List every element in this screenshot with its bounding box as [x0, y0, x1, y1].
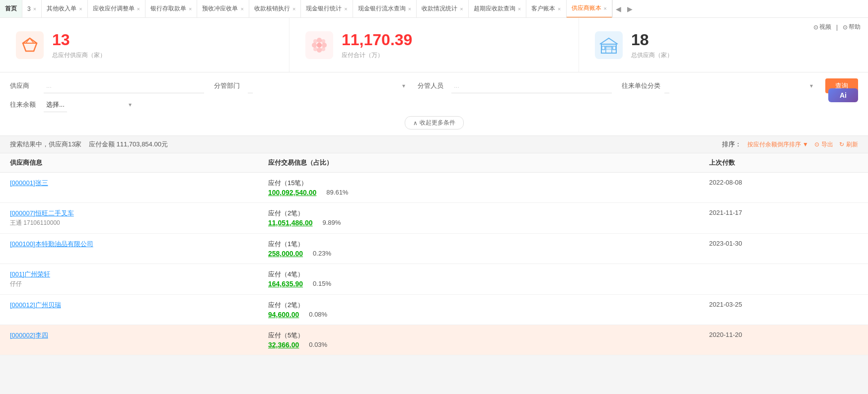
nav-tab-ar-ap-adjust[interactable]: 应收应付调整单 ×	[88, 0, 145, 18]
diamond-icon	[16, 31, 44, 59]
table-row: [000100]本特勤油品有限公司 应付（1笔） 258,000.00 0.23…	[0, 234, 868, 264]
tx-amount-1[interactable]: 11,051,486.00	[268, 219, 313, 227]
filter-balance-label: 往来余额	[10, 100, 40, 109]
supplier-name-3[interactable]: [001]广州荣轩	[10, 270, 268, 279]
nav-tab-bank-deposit-close[interactable]: ×	[189, 6, 192, 12]
nav-tab-prepay-offset[interactable]: 预收冲应收单 ×	[197, 0, 249, 18]
sep1: |	[836, 23, 838, 31]
tx-amount-0[interactable]: 100,092,540.00	[268, 189, 316, 197]
filter-category-label: 往来单位分类	[622, 81, 660, 90]
svg-marker-0	[23, 38, 37, 51]
supplier-name-2[interactable]: [000100]本特勤油品有限公司	[10, 240, 268, 249]
nav-tab-3-close[interactable]: ×	[33, 6, 36, 12]
nav-tab-supplier-ledger[interactable]: 供应商账本 ×	[567, 0, 612, 18]
stat-icon-store	[594, 30, 624, 60]
tx-amount-4[interactable]: 94,600.00	[268, 311, 299, 319]
svg-rect-16	[613, 46, 616, 50]
supplier-name-0[interactable]: [000001]张三	[10, 179, 268, 188]
results-info-amount: 应付金额 111,703,854.00元	[89, 140, 168, 148]
help-link[interactable]: ⊙ 帮助	[843, 23, 861, 31]
svg-rect-13	[601, 44, 616, 53]
tx-row-0: 100,092,540.00 89.61%	[268, 188, 709, 197]
filter-category-select[interactable]	[664, 78, 669, 93]
filter-balance-wrapper: 选择...	[44, 97, 134, 112]
nav-right-arrow[interactable]: ▶	[624, 0, 636, 18]
filter-dept: 分管部门	[214, 78, 408, 93]
collapse-button[interactable]: ∧ 收起更多条件	[405, 116, 464, 130]
tx-amount-2[interactable]: 258,000.00	[268, 250, 303, 258]
supplier-sub-3: 仔仔	[10, 280, 268, 288]
refresh-button[interactable]: ↻ 刷新	[839, 140, 858, 149]
export-button[interactable]: ⊙ 导出	[814, 140, 833, 149]
store-icon	[595, 31, 623, 59]
results-info: 搜索结果中，供应商13家 应付金额 111,703,854.00元	[10, 140, 168, 149]
results-info-prefix: 搜索结果中，供应商13家	[10, 140, 81, 148]
nav-tab-bank-deposit[interactable]: 银行存取款单 ×	[145, 0, 197, 18]
results-bar: 搜索结果中，供应商13家 应付金额 111,703,854.00元 排序： 按应…	[0, 136, 868, 153]
svg-point-10	[321, 39, 325, 43]
filter-dept-wrapper	[248, 78, 408, 93]
stat-block-suppliers-with-payable: 13 总应付供应商（家）	[0, 18, 289, 72]
filter-person: 分管人员	[418, 78, 612, 93]
stat-label-suppliers: 总应付供应商（家）	[52, 51, 106, 60]
table-row: [000012]广州贝瑞 应付（2笔） 94,600.00 0.08% 2021…	[0, 295, 868, 325]
filter-balance-select[interactable]: 选择...	[44, 97, 67, 112]
nav-tab-overdue-ar-close[interactable]: ×	[518, 6, 521, 12]
video-link[interactable]: ⊙ 视频	[813, 23, 831, 31]
nav-tab-3[interactable]: 3 ×	[22, 0, 42, 18]
stat-icon-diamond	[15, 30, 45, 60]
tx-info-4: 应付（2笔） 94,600.00 0.08%	[268, 301, 709, 319]
ai-badge[interactable]: Ai	[828, 88, 858, 102]
tx-info-2: 应付（1笔） 258,000.00 0.23%	[268, 240, 709, 258]
sort-select[interactable]: 按应付余额倒序排序 ▼	[747, 140, 808, 149]
tx-info-0: 应付（15笔） 100,092,540.00 89.61%	[268, 179, 709, 197]
nav-tab-supplier-ledger-close[interactable]: ×	[604, 5, 607, 11]
nav-tab-ar-ap-adjust-close[interactable]: ×	[137, 6, 140, 12]
stat-icon-flower	[304, 30, 334, 60]
nav-tab-collection-exec[interactable]: 收款核销执行 ×	[249, 0, 301, 18]
nav-tab-cash-bank-stats-label: 现金银行统计	[306, 4, 342, 13]
nav-tab-cash-bank-stats-close[interactable]: ×	[344, 6, 347, 12]
nav-tab-supplier-ledger-label: 供应商账本	[572, 4, 601, 12]
nav-tab-customer-ledger[interactable]: 客户账本 ×	[526, 0, 566, 18]
nav-tab-customer-ledger-close[interactable]: ×	[558, 6, 561, 12]
nav-left-arrow[interactable]: ◀	[612, 0, 624, 18]
svg-rect-15	[602, 46, 605, 50]
nav-tab-cash-bank-flow-close[interactable]: ×	[408, 6, 411, 12]
tx-label-5: 应付（5笔）	[268, 331, 709, 340]
filter-supplier-label: 供应商	[10, 81, 40, 90]
filter-dept-select[interactable]	[248, 78, 253, 93]
tx-amount-3[interactable]: 164,635.90	[268, 280, 303, 288]
nav-tab-prepay-offset-close[interactable]: ×	[240, 6, 243, 12]
nav-tab-other-income[interactable]: 其他收入单 ×	[42, 0, 87, 18]
tx-amount-5[interactable]: 32,366.00	[268, 341, 299, 349]
nav-tab-collection-stats-close[interactable]: ×	[460, 6, 463, 12]
nav-tab-home[interactable]: 首页	[0, 0, 22, 18]
tx-label-4: 应付（2笔）	[268, 301, 709, 310]
tx-row-1: 11,051,486.00 9.89%	[268, 218, 709, 227]
supplier-name-5[interactable]: [000002]李四	[10, 331, 268, 340]
nav-tab-collection-exec-close[interactable]: ×	[292, 6, 295, 12]
filter-person-label: 分管人员	[418, 81, 447, 90]
supplier-name-1[interactable]: [000007]恒旺二手叉车	[10, 209, 268, 218]
nav-tab-cash-bank-flow[interactable]: 现金银行流水查询 ×	[353, 0, 417, 18]
nav-tab-collection-stats[interactable]: 收款情况统计 ×	[417, 0, 468, 18]
supplier-name-4[interactable]: [000012]广州贝瑞	[10, 301, 268, 310]
nav-tab-other-income-close[interactable]: ×	[79, 6, 82, 12]
supplier-info-1: [000007]恒旺二手叉车 王通 17106110000	[10, 209, 268, 227]
nav-tab-ar-ap-adjust-label: 应收应付调整单	[93, 4, 135, 13]
nav-tab-overdue-ar[interactable]: 超期应收款查询 ×	[469, 0, 526, 18]
nav-tab-cash-bank-stats[interactable]: 现金银行统计 ×	[301, 0, 353, 18]
svg-point-12	[321, 47, 325, 51]
ai-label: Ai	[840, 91, 847, 99]
table-header: 供应商信息 应付交易信息（占比） 上次付数	[0, 153, 868, 173]
filter-supplier-input[interactable]	[44, 78, 204, 93]
filter-category-wrapper	[664, 78, 816, 93]
filter-person-input[interactable]	[451, 78, 612, 93]
table-row: [000001]张三 应付（15笔） 100,092,540.00 89.61%…	[0, 173, 868, 203]
nav-tab-other-income-label: 其他收入单	[47, 4, 76, 13]
last-pay-5: 2020-11-20	[709, 331, 858, 338]
col-header-last-pay: 上次付数	[709, 158, 858, 167]
tx-info-5: 应付（5笔） 32,366.00 0.03%	[268, 331, 709, 349]
filter-supplier: 供应商	[10, 78, 204, 93]
